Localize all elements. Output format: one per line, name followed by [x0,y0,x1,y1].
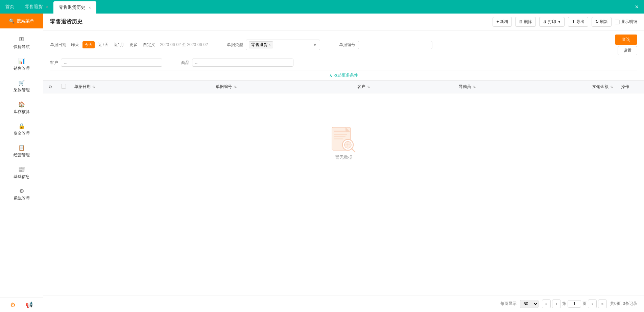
total-records: 共0页, 0条记录 [610,301,637,307]
top-bar: 首页 零售退货 × 零售退货历史 × × [0,0,644,14]
doc-number-input[interactable] [358,41,432,49]
date-label: 单据日期 [50,42,66,48]
next-page-button[interactable]: › [588,299,597,308]
doc-type-tag: 零售退货 × [249,41,273,48]
svg-rect-3 [334,136,345,137]
new-button-label: + 新增 [496,19,508,25]
filter-doc-type: 单据类型 零售退货 × ▼ [227,40,320,50]
query-button[interactable]: 查询 [615,35,637,45]
sidebar-settings-icon[interactable]: ⚙ [10,301,16,309]
doc-number-sort-icon[interactable]: ⇅ [234,85,237,89]
amount-sort-icon[interactable]: ⇅ [610,85,613,89]
sidebar-item-finance[interactable]: 🔒 资金管理 [0,119,43,140]
sidebar-item-sales-mgmt-label: 销售管理 [14,66,30,71]
date-btn-1month[interactable]: 近1月 [112,41,126,48]
date-btn-yesterday[interactable]: 昨天 [69,41,81,48]
sidebar-speaker-icon[interactable]: 📢 [25,301,33,309]
quick-nav-icon: ⊞ [19,35,24,43]
sidebar-item-inventory[interactable]: 🏠 库存核算 [0,97,43,119]
date-btn-custom[interactable]: 自定义 [141,41,157,48]
sidebar-item-sales-mgmt[interactable]: 📊 销售管理 [0,54,43,75]
tab-retail-return-label: 零售退货 [25,4,43,10]
doc-type-select[interactable]: 零售退货 × ▼ [246,40,320,50]
first-page-button[interactable]: « [542,299,551,308]
filter-date: 单据日期 昨天 今天 近7天 近1月 更多 自定义 2023-06-02 至 2… [50,41,208,48]
sidebar-search-label: 搜索菜单 [17,18,34,24]
table-col-action: 操作 [617,81,644,93]
page-input[interactable] [568,300,581,308]
inventory-icon: 🏠 [18,101,25,108]
page-nav: « ‹ 第 页 › » [542,299,607,308]
doc-number-label: 单据编号 [339,42,355,48]
delete-button[interactable]: 🗑 删除 [515,17,536,27]
sales-mgmt-icon: 📊 [18,58,25,64]
customer-input[interactable] [61,59,162,67]
display-detail-checkbox[interactable]: 显示明细 [615,19,637,25]
finance-icon: 🔒 [18,123,25,129]
customer-sort-icon[interactable]: ⇅ [367,85,370,89]
refresh-button-label: ↻ 刷新 [595,19,608,25]
prev-page-icon: ‹ [556,302,557,306]
last-page-button[interactable]: » [598,299,607,308]
window-close-button[interactable]: × [629,3,644,10]
settings-button[interactable]: 设置 [618,46,637,55]
new-button[interactable]: + 新增 [493,17,511,27]
query-btn-wrapper: 查询 设置 [615,35,637,55]
tab-retail-return-history-close[interactable]: × [89,5,91,9]
tab-retail-return-history[interactable]: 零售退货历史 × [53,1,96,14]
tab-home-label: 首页 [5,4,14,10]
export-button[interactable]: ⬆ 导出 [568,17,588,27]
doc-type-label: 单据类型 [227,42,243,48]
sidebar-item-base-info-label: 基础信息 [14,174,30,180]
doc-date-sort-icon[interactable]: ⇅ [92,85,95,89]
tab-retail-return[interactable]: 零售退货 × [20,0,53,14]
goods-input[interactable] [192,59,293,67]
sidebar-item-purchase-mgmt[interactable]: 🛒 采购管理 [0,75,43,97]
pagination-bar: 每页显示 50 10 20 100 « ‹ 第 页 › [43,295,644,312]
date-btn-more[interactable]: 更多 [127,41,140,48]
col-amount-label: 实销金额 [592,84,609,89]
filter-row-1: 单据日期 昨天 今天 近7天 近1月 更多 自定义 2023-06-02 至 2… [50,35,637,55]
doc-type-tag-close[interactable]: × [269,43,271,47]
sidebar-item-sys-mgmt-label: 系统管理 [14,196,30,201]
collapse-icon: ∧ [329,73,332,78]
table-col-guide: 导购员 ⇅ [455,81,576,93]
sidebar-item-sys-mgmt[interactable]: ⚙ 系统管理 [0,184,43,205]
settings-button-label: 设置 [623,48,631,53]
guide-sort-icon[interactable]: ⇅ [473,85,476,89]
sidebar-item-quick-nav[interactable]: ⊞ 快捷导航 [0,31,43,54]
empty-state-cell: 暂无数据 [43,93,644,191]
tab-home[interactable]: 首页 [0,0,20,14]
print-button[interactable]: 🖨 打印 ▼ [539,17,565,27]
select-all-checkbox[interactable] [61,84,66,89]
date-buttons: 昨天 今天 近7天 近1月 更多 自定义 [69,41,157,48]
table-settings-icon[interactable]: ⚙ [48,85,52,89]
table-col-doc-date: 单据日期 ⇅ [70,81,212,93]
sidebar-item-business-mgmt[interactable]: 📋 经营管理 [0,140,43,162]
collapse-button[interactable]: ∧ 收起更多条件 [50,70,637,80]
tab-retail-return-close[interactable]: × [46,5,48,9]
sidebar-search[interactable]: 🔍 搜索菜单 [0,14,43,28]
svg-line-7 [352,149,355,152]
empty-state-row: 暂无数据 [43,93,644,191]
table-header-row: ⚙ 单据日期 ⇅ 单据编号 ⇅ [43,81,644,93]
col-guide-label: 导购员 [459,84,471,89]
page-size-select[interactable]: 50 10 20 100 [520,300,539,308]
col-doc-date-label: 单据日期 [74,84,91,89]
refresh-button[interactable]: ↻ 刷新 [592,17,612,27]
sidebar-item-base-info[interactable]: 📰 基础信息 [0,162,43,184]
page-size-label: 每页显示 [500,301,517,307]
sidebar-item-quick-nav-label: 快捷导航 [14,44,30,50]
page-title: 零售退货历史 [50,18,493,25]
export-button-label: ⬆ 导出 [572,19,584,25]
date-btn-7days[interactable]: 近7天 [96,41,111,48]
empty-illustration [327,124,361,154]
sidebar-item-purchase-mgmt-label: 采购管理 [14,87,30,93]
sidebar: 🔍 搜索菜单 ⊞ 快捷导航 📊 销售管理 🛒 采购管理 🏠 库存核算 🔒 [0,14,43,312]
table-settings-header: ⚙ [43,81,57,93]
empty-state: 暂无数据 [47,97,640,187]
date-btn-today[interactable]: 今天 [82,41,95,48]
search-icon: 🔍 [9,18,15,24]
prev-page-button[interactable]: ‹ [552,299,561,308]
goods-label: 商品 [181,60,189,66]
